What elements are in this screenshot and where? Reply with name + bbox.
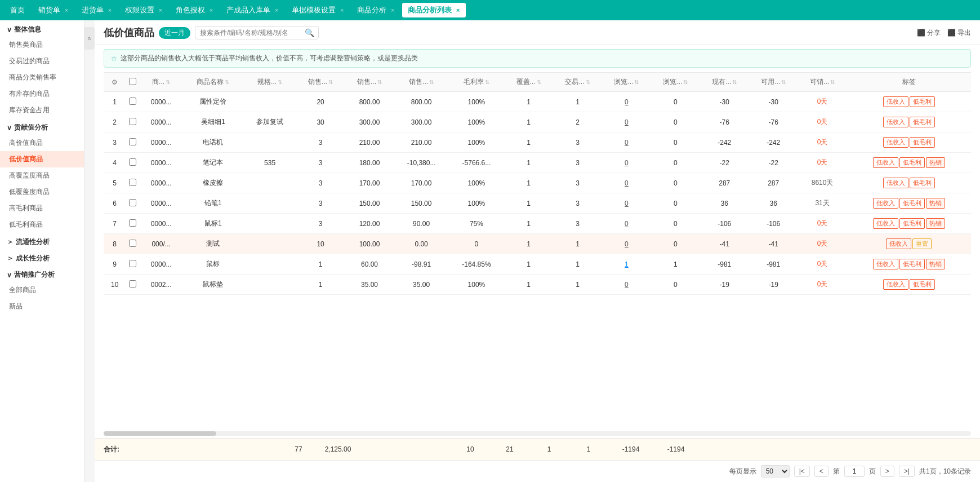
close-template-icon[interactable]: × — [340, 7, 344, 14]
row-checkbox[interactable] — [129, 280, 136, 288]
col-trade[interactable]: 交易...⇅ — [553, 73, 602, 92]
row-check[interactable] — [126, 254, 140, 275]
sidebar-item-low-value[interactable]: 低价值商品 — [0, 151, 84, 167]
page-size-select[interactable]: 50 100 200 — [761, 465, 790, 477]
col-stock2[interactable]: 可用...⇅ — [749, 73, 798, 92]
row-check[interactable] — [126, 275, 140, 295]
page-number-input[interactable] — [844, 466, 865, 477]
view1-link[interactable]: 0 — [625, 200, 629, 207]
sidebar-item-traded-goods[interactable]: 交易过的商品 — [0, 53, 84, 69]
close-roles-icon[interactable]: × — [210, 7, 213, 14]
sidebar-item-all-goods[interactable]: 全部商品 — [0, 282, 84, 298]
share-button[interactable]: ⬛ 分享 — [917, 28, 941, 38]
sidebar-group-growth[interactable]: ＞ 成长性分析 — [0, 249, 84, 266]
first-page-button[interactable]: |< — [794, 466, 810, 477]
nav-roles[interactable]: 角色授权 × — [170, 3, 219, 17]
sidebar-item-high-value[interactable]: 高价值商品 — [0, 135, 84, 151]
close-analysis-list-icon[interactable]: × — [456, 7, 460, 14]
row-view1[interactable]: 0 — [602, 112, 651, 132]
row-view1[interactable]: 0 — [602, 92, 651, 112]
col-code[interactable]: 商...⇅ — [140, 73, 182, 92]
view1-link[interactable]: 0 — [625, 281, 629, 289]
row-checkbox[interactable] — [129, 158, 136, 166]
col-spec[interactable]: 规格...⇅ — [244, 73, 296, 92]
row-check[interactable] — [126, 112, 140, 132]
row-checkbox[interactable] — [129, 179, 136, 186]
row-check[interactable] — [126, 214, 140, 234]
row-checkbox[interactable] — [129, 199, 136, 206]
row-view1[interactable]: 0 — [602, 153, 651, 173]
select-all-checkbox[interactable] — [129, 78, 136, 85]
col-stock1[interactable]: 现有...⇅ — [700, 73, 749, 92]
sidebar-group-overall[interactable]: ∨ 整体信息 — [0, 20, 84, 37]
nav-analysis[interactable]: 商品分析 × — [351, 3, 400, 17]
view1-link[interactable]: 0 — [625, 118, 629, 126]
sidebar-item-high-coverage[interactable]: 高覆盖度商品 — [0, 167, 84, 184]
col-qty3[interactable]: 销售...⇅ — [394, 73, 448, 92]
scrollbar-thumb[interactable] — [104, 431, 216, 436]
sidebar-item-low-margin[interactable]: 低毛利商品 — [0, 216, 84, 233]
close-permissions-icon[interactable]: × — [159, 7, 162, 14]
close-sales-icon[interactable]: × — [65, 7, 68, 14]
col-stock3[interactable]: 可销...⇅ — [798, 73, 847, 92]
col-cover[interactable]: 覆盖...⇅ — [504, 73, 553, 92]
row-checkbox[interactable] — [129, 118, 136, 125]
settings-gear-icon[interactable]: ⚙ — [112, 78, 118, 86]
col-qty2[interactable]: 销售...⇅ — [345, 73, 394, 92]
row-check[interactable] — [126, 234, 140, 254]
row-check[interactable] — [126, 153, 140, 173]
row-view1[interactable]: 0 — [602, 193, 651, 214]
close-production-icon[interactable]: × — [275, 7, 278, 14]
view1-link[interactable]: 0 — [625, 159, 629, 167]
view1-link[interactable]: 0 — [625, 179, 629, 187]
sidebar-item-stock-funds[interactable]: 库存资金占用 — [0, 102, 84, 118]
row-checkbox[interactable] — [129, 240, 136, 247]
view1-link[interactable]: 1 — [625, 260, 629, 268]
search-input[interactable] — [195, 26, 319, 39]
row-check[interactable] — [126, 92, 140, 112]
view1-link[interactable]: 0 — [625, 139, 629, 147]
sidebar-item-sales-goods[interactable]: 销售类商品 — [0, 37, 84, 53]
sidebar-item-high-margin[interactable]: 高毛利商品 — [0, 200, 84, 216]
view1-link[interactable]: 0 — [625, 98, 629, 106]
col-name[interactable]: 商品名称⇅ — [182, 73, 244, 92]
view1-link[interactable]: 0 — [625, 220, 629, 228]
col-view2[interactable]: 浏览...⇅ — [651, 73, 700, 92]
export-button[interactable]: ⬛ 导出 — [947, 28, 971, 38]
row-checkbox[interactable] — [129, 260, 136, 267]
row-check[interactable] — [126, 193, 140, 214]
row-checkbox[interactable] — [129, 98, 136, 105]
row-check[interactable] — [126, 173, 140, 193]
row-view1[interactable]: 0 — [602, 275, 651, 295]
sidebar-item-low-coverage[interactable]: 低覆盖度商品 — [0, 184, 84, 200]
close-purchase-icon[interactable]: × — [108, 7, 112, 14]
view1-link[interactable]: 0 — [625, 240, 629, 248]
sidebar-item-category-sales[interactable]: 商品分类销售率 — [0, 69, 84, 86]
prev-page-button[interactable]: < — [814, 466, 828, 477]
last-page-button[interactable]: >| — [899, 466, 915, 477]
nav-purchase[interactable]: 进货单 × — [76, 3, 117, 17]
row-view1[interactable]: 0 — [602, 234, 651, 254]
nav-sales[interactable]: 销货单 × — [33, 3, 74, 17]
col-qty1[interactable]: 销售...⇅ — [296, 73, 345, 92]
nav-production[interactable]: 产成品入库单 × — [221, 3, 284, 17]
next-page-button[interactable]: > — [880, 466, 894, 477]
col-gross[interactable]: 毛利率⇅ — [449, 73, 504, 92]
time-badge[interactable]: 近一月 — [159, 27, 190, 39]
sidebar-item-new-goods[interactable]: 新品 — [0, 298, 84, 315]
row-view1[interactable]: 0 — [602, 173, 651, 193]
close-analysis-icon[interactable]: × — [391, 7, 394, 14]
sidebar-group-contribution[interactable]: ∨ 贡献值分析 — [0, 118, 84, 135]
row-view1[interactable]: 0 — [602, 132, 651, 153]
sidebar-group-marketing[interactable]: ∨ 营销推广分析 — [0, 266, 84, 282]
nav-permissions[interactable]: 权限设置 × — [119, 3, 168, 17]
row-view1[interactable]: 1 — [602, 254, 651, 275]
row-view1[interactable]: 0 — [602, 214, 651, 234]
horizontal-scrollbar[interactable] — [104, 431, 971, 436]
sidebar-collapse-button[interactable]: « — [84, 27, 95, 50]
row-check[interactable] — [126, 132, 140, 153]
nav-template[interactable]: 单据模板设置 × — [286, 3, 349, 17]
nav-analysis-list[interactable]: 商品分析列表 × — [402, 3, 465, 17]
nav-home[interactable]: 首页 — [5, 3, 30, 17]
sidebar-item-stock-goods[interactable]: 有库存的商品 — [0, 86, 84, 102]
